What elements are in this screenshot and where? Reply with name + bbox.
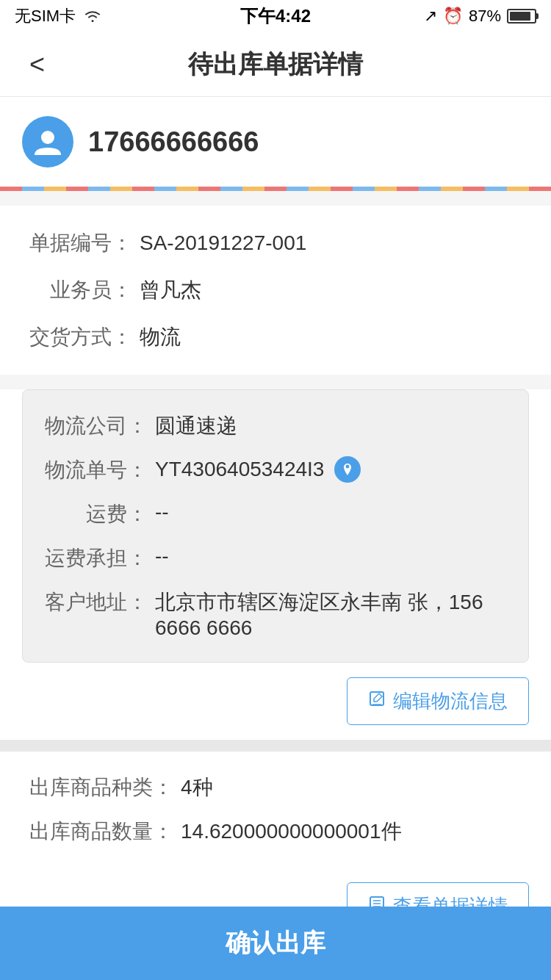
goods-type-value: 4种	[181, 774, 213, 801]
status-bar-time: 下午4:42	[240, 4, 311, 28]
tracking-value-container: YT43064053424I3	[155, 456, 506, 483]
goods-section: 出库商品种类： 4种 出库商品数量： 14.620000000000001件	[0, 752, 551, 868]
user-card: 17666666666	[0, 97, 551, 187]
freight-row: 运费： --	[45, 500, 506, 528]
user-icon	[32, 126, 64, 158]
address-value: 北京市市辖区海淀区永丰南 张，156 6666 6666	[155, 588, 506, 640]
dashed-divider	[0, 187, 551, 191]
edit-logistics-button[interactable]: 编辑物流信息	[347, 677, 529, 725]
back-button[interactable]: <	[22, 42, 52, 87]
status-bar: 无SIM卡 下午4:42 ↗ ⏰ 87%	[0, 0, 551, 32]
doc-number-row: 单据编号： SA-20191227-001	[29, 228, 522, 259]
alarm-icon: ⏰	[443, 7, 463, 26]
freight-bearer-row: 运费承担： --	[45, 544, 506, 572]
salesperson-value: 曾凡杰	[140, 275, 522, 306]
goods-quantity-value: 14.620000000000001件	[181, 818, 402, 846]
carrier-label: 无SIM卡	[15, 5, 76, 27]
address-label: 客户地址：	[45, 588, 148, 616]
user-phone: 17666666666	[88, 126, 259, 158]
confirm-button-label: 确认出库	[226, 926, 325, 960]
doc-number-value: SA-20191227-001	[140, 228, 522, 259]
svg-rect-1	[370, 692, 383, 705]
svg-point-0	[41, 131, 54, 144]
goods-type-row: 出库商品种类： 4种	[29, 774, 522, 801]
map-pin-icon[interactable]	[334, 456, 361, 483]
confirm-button-bar[interactable]: 确认出库	[0, 907, 551, 980]
freight-value: --	[155, 500, 506, 524]
logistics-company-value: 圆通速递	[155, 412, 506, 440]
edit-logistics-label: 编辑物流信息	[393, 688, 508, 714]
logistics-company-label: 物流公司：	[45, 412, 148, 440]
edit-btn-container: 编辑物流信息	[0, 663, 551, 740]
section-divider	[0, 740, 551, 752]
avatar	[22, 116, 73, 167]
freight-bearer-value: --	[155, 544, 506, 568]
status-bar-left: 无SIM卡	[15, 5, 102, 27]
logistics-section: 物流公司： 圆通速递 物流单号： YT43064053424I3 运费： -- …	[22, 389, 529, 663]
logistics-company-row: 物流公司： 圆通速递	[45, 412, 506, 440]
delivery-row: 交货方式： 物流	[29, 322, 522, 353]
tracking-row: 物流单号： YT43064053424I3	[45, 456, 506, 484]
tracking-label: 物流单号：	[45, 456, 148, 484]
doc-number-label: 单据编号：	[29, 228, 132, 259]
delivery-label: 交货方式：	[29, 322, 132, 353]
freight-label: 运费：	[45, 500, 148, 528]
goods-quantity-row: 出库商品数量： 14.620000000000001件	[29, 818, 522, 846]
location-icon: ↗	[424, 7, 437, 26]
salesperson-label: 业务员：	[29, 275, 132, 306]
tracking-value: YT43064053424I3	[155, 458, 324, 481]
goods-type-label: 出库商品种类：	[29, 774, 173, 801]
wifi-icon	[83, 9, 102, 24]
status-bar-right: ↗ ⏰ 87%	[424, 7, 536, 26]
freight-bearer-label: 运费承担：	[45, 544, 148, 572]
nav-bar: < 待出库单据详情	[0, 32, 551, 97]
battery-icon	[507, 9, 536, 24]
basic-info-section: 单据编号： SA-20191227-001 业务员： 曾凡杰 交货方式： 物流	[0, 206, 551, 375]
battery-percent: 87%	[469, 7, 501, 26]
edit-icon	[368, 690, 386, 713]
delivery-value: 物流	[140, 322, 522, 353]
salesperson-row: 业务员： 曾凡杰	[29, 275, 522, 306]
page-title: 待出库单据详情	[188, 48, 363, 82]
goods-quantity-label: 出库商品数量：	[29, 818, 173, 846]
address-row: 客户地址： 北京市市辖区海淀区永丰南 张，156 6666 6666	[45, 588, 506, 640]
